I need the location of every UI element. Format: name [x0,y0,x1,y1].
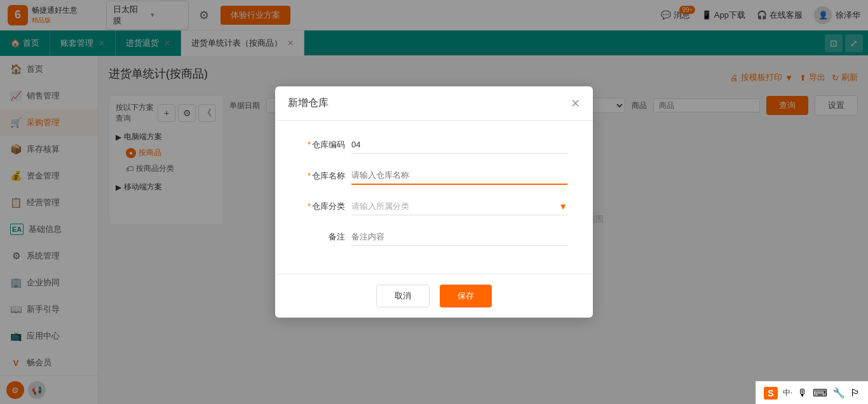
bottom-bar: S 中· 🎙 ⌨ 🔧 🏳 [756,381,868,404]
warehouse-code-input[interactable] [351,136,567,154]
required-star-2: * [308,171,311,180]
cancel-button[interactable]: 取消 [376,285,430,307]
warehouse-remark-row: 备注 [301,228,567,246]
keyboard-icon: ⌨ [813,387,827,399]
warehouse-category-wrap: 请输入所属分类 ▼ [351,198,567,215]
modal-overlay: 新增仓库 ✕ *仓库编码 *仓库名称 *仓库分类 [0,0,868,404]
warehouse-remark-input[interactable] [351,228,567,246]
warehouse-code-row: *仓库编码 [301,136,567,154]
tool-icon: 🔧 [832,387,845,399]
warehouse-category-label: *仓库分类 [301,201,351,212]
new-warehouse-modal: 新增仓库 ✕ *仓库编码 *仓库名称 *仓库分类 [275,86,593,318]
brand-zh-label: 中· [783,387,792,398]
modal-header: 新增仓库 ✕ [275,86,593,121]
flag-icon: 🏳 [850,387,860,399]
warehouse-category-row: *仓库分类 请输入所属分类 ▼ [301,198,567,215]
required-star-1: * [308,140,311,149]
warehouse-name-input[interactable] [351,166,567,185]
warehouse-name-row: *仓库名称 [301,166,567,185]
warehouse-code-label: *仓库编码 [301,139,351,151]
warehouse-category-select[interactable]: 请输入所属分类 [351,198,567,215]
warehouse-remark-label: 备注 [301,231,351,243]
mic-icon: 🎙 [797,387,808,399]
required-star-3: * [308,201,311,211]
warehouse-name-label: *仓库名称 [301,170,351,182]
brand-s-icon: S [764,387,777,400]
modal-close-button[interactable]: ✕ [571,98,580,109]
modal-title: 新增仓库 [288,97,329,110]
modal-footer: 取消 保存 [275,274,593,318]
modal-body: *仓库编码 *仓库名称 *仓库分类 请输入所属分类 [275,121,593,274]
save-button[interactable]: 保存 [440,285,492,307]
